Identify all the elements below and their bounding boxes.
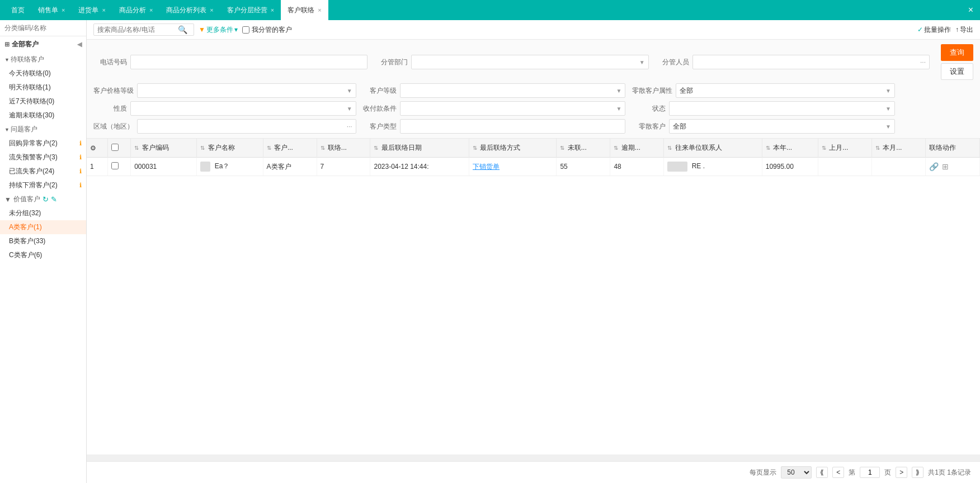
sidebar-item-class-a[interactable]: A类客户(1) — [0, 220, 86, 234]
sidebar-item-today-pending[interactable]: 今天待联络(0) — [0, 67, 86, 80]
customer-avatar — [200, 162, 210, 172]
close-tab-sales[interactable]: × — [62, 7, 65, 13]
sidebar-item-loss-warning[interactable]: 流失预警客户(3) ℹ — [0, 150, 86, 164]
export-btn[interactable]: ↑ 导出 — [955, 25, 973, 35]
filter-dept-select[interactable]: ▼ — [411, 55, 648, 69]
filter-price-level-select[interactable]: ▼ — [137, 83, 356, 98]
filter-retail-attr: 零散客户属性 全部 ▼ — [632, 83, 895, 98]
close-tab-customer-contact[interactable]: × — [318, 7, 321, 13]
td-action: 🔗 ⊞ — [925, 158, 979, 176]
th-this-month[interactable]: ⇅ 本月... — [871, 139, 925, 158]
filter-retail-attr-select[interactable]: 全部 ▼ — [676, 83, 895, 98]
filter-nature-select[interactable]: ▼ — [130, 101, 356, 116]
refresh-icon[interactable]: ↻ — [43, 195, 49, 203]
filter-customer-type-input[interactable] — [400, 119, 626, 134]
top-right-actions: ✓ 批量操作 ↑ 导出 — [917, 25, 973, 35]
link-action-icon[interactable]: 🔗 — [929, 162, 939, 171]
filter-payment-select[interactable]: ▼ — [400, 101, 626, 116]
qr-action-icon[interactable]: ⊞ — [942, 162, 949, 171]
action-icons: 🔗 ⊞ — [929, 162, 976, 171]
th-name[interactable]: ⇅ 客户名称 — [197, 139, 263, 158]
tab-product-analysis-list[interactable]: 商品分析列表 × — [159, 0, 220, 20]
tab-customer-contact[interactable]: 客户联络 × — [281, 0, 328, 20]
filter-retail-customer-select[interactable]: 全部 ▼ — [669, 119, 895, 134]
th-last-month[interactable]: ⇅ 上月... — [818, 139, 872, 158]
th-contact-count[interactable]: ⇅ 联络... — [317, 139, 370, 158]
filter-region-label: 区域（地区） — [93, 122, 134, 131]
sort-icon-name: ⇅ — [200, 145, 205, 151]
filter-dept-label: 分管部门 — [374, 58, 408, 67]
sidebar-item-overdue[interactable]: 逾期未联络(30) — [0, 108, 86, 122]
batch-op-btn[interactable]: ✓ 批量操作 — [917, 25, 951, 35]
sort-icon-method: ⇅ — [473, 145, 477, 151]
th-settings[interactable]: ⚙ — [87, 139, 107, 158]
filter-search-icon[interactable]: 🔍 — [178, 25, 187, 34]
td-name: Ea？ — [197, 158, 263, 176]
filter-search-input[interactable] — [97, 26, 176, 34]
close-tab-customer-segment[interactable]: × — [271, 7, 274, 13]
last-page-btn[interactable]: ⟫ — [912, 467, 924, 478]
tab-purchase[interactable]: 进货单 × — [72, 0, 112, 20]
filter-customer-level-select[interactable]: ▼ — [400, 83, 626, 98]
tab-sales[interactable]: 销售单 × — [31, 0, 72, 20]
more-conditions-btn[interactable]: ▼ 更多条件 ▾ — [199, 25, 238, 35]
sidebar-search-input[interactable] — [4, 24, 87, 32]
chevron-down-icon-4: ▼ — [885, 88, 891, 94]
sidebar-item-7days-pending[interactable]: 近7天待联络(0) — [0, 94, 86, 108]
th-contact-person[interactable]: ⇅ 往来单位联系人 — [664, 139, 762, 158]
th-last-contact-method[interactable]: ⇅ 最后联络方式 — [469, 139, 557, 158]
filter-phone-label: 电话号码 — [93, 58, 127, 67]
filter-phone-input[interactable] — [130, 55, 368, 69]
th-this-year[interactable]: ⇅ 本年... — [762, 139, 818, 158]
my-customers-checkbox-label[interactable]: 我分管的客户 — [242, 25, 292, 35]
tab-home[interactable]: 首页 — [4, 0, 31, 20]
sidebar-all-customers[interactable]: ⊞ 全部客户 ◀ — [0, 36, 86, 53]
edit-icon[interactable]: ✎ — [51, 195, 57, 203]
select-all-checkbox[interactable] — [111, 144, 119, 151]
page-size-select[interactable]: 50 100 200 — [781, 466, 812, 479]
sidebar-item-ungrouped[interactable]: 未分组(32) — [0, 206, 86, 220]
filter-customer-level-label: 客户等级 — [363, 86, 397, 96]
filter-manager-select[interactable]: ··· — [692, 55, 930, 69]
close-tab-product-analysis-list[interactable]: × — [210, 7, 213, 13]
chevron-down-icon-2: ▼ — [347, 88, 352, 94]
next-page-btn[interactable]: > — [896, 467, 907, 478]
th-code[interactable]: ⇅ 客户编码 — [131, 139, 197, 158]
tab-customer-segment[interactable]: 客户分层经营 × — [220, 0, 281, 20]
grid-icon: ⊞ — [4, 41, 10, 48]
sidebar-item-class-c[interactable]: C类客户(6) — [0, 248, 86, 262]
close-all-tabs[interactable]: × — [968, 5, 973, 15]
close-tab-purchase[interactable]: × — [102, 7, 105, 13]
sort-icon-uncontacted: ⇅ — [560, 145, 564, 151]
sidebar-item-class-b[interactable]: B类客户(33) — [0, 234, 86, 248]
collapse-icon[interactable]: ◀ — [77, 41, 82, 48]
sidebar-item-lost[interactable]: 已流失客户(24) ℹ — [0, 164, 86, 178]
sidebar-item-declining[interactable]: 持续下滑客户(2) ℹ — [0, 178, 86, 192]
filter-region-select[interactable]: ··· — [137, 119, 356, 134]
th-last-contact-date[interactable]: ⇅ 最后联络日期 — [370, 139, 469, 158]
th-overdue[interactable]: ⇅ 逾期... — [610, 139, 664, 158]
page-number-input[interactable] — [860, 467, 880, 478]
query-button[interactable]: 查询 — [941, 44, 973, 61]
horizontal-scrollbar[interactable] — [87, 454, 980, 461]
td-contact-count: 7 — [317, 158, 370, 176]
tab-product-analysis[interactable]: 商品分析 × — [112, 0, 159, 20]
td-row-checkbox[interactable] — [107, 158, 130, 176]
th-uncontacted[interactable]: ⇅ 未联... — [557, 139, 610, 158]
close-tab-product-analysis[interactable]: × — [149, 7, 153, 13]
my-customers-checkbox[interactable] — [242, 26, 249, 34]
row-checkbox[interactable] — [111, 162, 119, 169]
first-page-btn[interactable]: ⟪ — [816, 467, 828, 478]
filter-nature-label: 性质 — [93, 104, 127, 113]
sidebar-item-tomorrow-pending[interactable]: 明天待联络(1) — [0, 80, 86, 94]
filter-manager-label: 分管人员 — [656, 58, 689, 67]
sidebar-item-repeat-anomaly[interactable]: 回购异常客户(2) ℹ — [0, 136, 86, 150]
th-level[interactable]: ⇅ 客户... — [263, 139, 317, 158]
sidebar-group-pending: ▼ 待联络客户 — [0, 53, 86, 67]
filter-status-select[interactable]: ▼ — [669, 101, 895, 116]
settings-button[interactable]: 设置 — [941, 63, 973, 80]
prev-page-btn[interactable]: < — [832, 467, 844, 478]
th-checkbox[interactable] — [107, 139, 130, 158]
filter-row-3: 性质 ▼ 收付款条件 ▼ 状态 — [93, 101, 973, 116]
td-last-method[interactable]: 下销货单 — [469, 158, 557, 176]
